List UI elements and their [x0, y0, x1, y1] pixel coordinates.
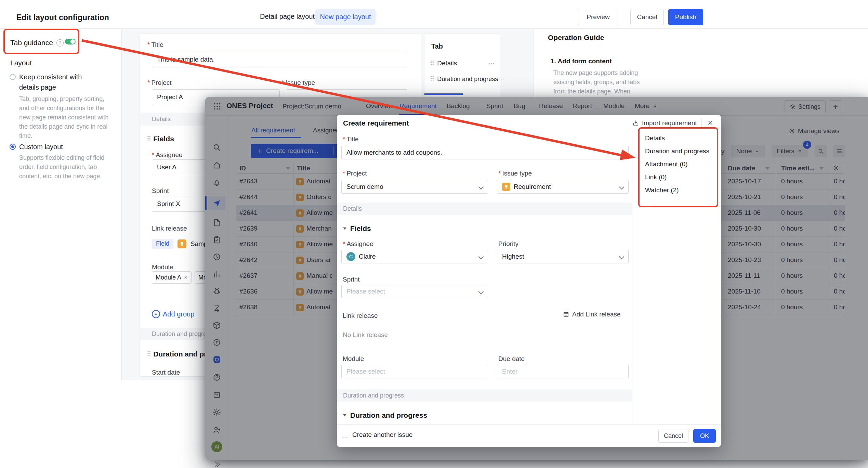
link-release-label: Link release [152, 225, 187, 232]
import-icon [632, 120, 639, 127]
add-link-release-button[interactable]: Add Link release [563, 311, 621, 318]
add-group-button[interactable]: + Add group [152, 310, 194, 318]
drag-handle-icon[interactable]: ⠿ [147, 350, 150, 358]
rail-tab-link[interactable]: Link (0) [645, 173, 667, 181]
guide-divider [534, 29, 534, 97]
module-select[interactable]: Please select [341, 365, 488, 378]
sprint-select[interactable]: Please select [341, 285, 488, 298]
project-label: Project [147, 79, 172, 87]
radio-keep-consistent[interactable] [10, 74, 16, 80]
operation-guide-heading: Operation Guide [548, 34, 604, 42]
assignee-label: Assignee [152, 151, 183, 159]
layout-heading: Layout [10, 59, 32, 67]
guide-line-1: The new page supports adding [553, 68, 638, 78]
fields-group-heading[interactable]: ⠿ Fields [147, 135, 174, 143]
drag-handle-icon[interactable]: ⠿ [430, 75, 434, 83]
tab-guidance-toggle[interactable] [65, 39, 76, 44]
assignee-label: Assignee [343, 240, 373, 248]
modal-header: Create requirement Import requirement [337, 115, 721, 131]
drag-handle-icon[interactable]: ⠿ [430, 60, 434, 67]
option-keep-consistent-desc: Tab, grouping, property sorting, and oth… [19, 94, 111, 141]
duration-section-heading[interactable]: Duration and progress [343, 411, 427, 419]
tab-item-details[interactable]: ⠿ Details ⋯ [430, 60, 494, 67]
due-date-label: Due date [498, 355, 525, 363]
create-another-label[interactable]: Create another issue [352, 431, 412, 439]
module-label: Module [343, 355, 364, 363]
sprint-label: Sprint [152, 187, 169, 195]
modal-ok-button[interactable]: OK [693, 429, 716, 443]
assignee-avatar: C [346, 252, 355, 261]
priority-select[interactable]: Highest [497, 250, 629, 263]
rail-tab-details[interactable]: Details [645, 134, 665, 142]
project-select[interactable]: Scrum demo [341, 180, 488, 194]
guide-line-3: from the details page. When [553, 87, 630, 96]
more-actions-icon[interactable]: ⋯ [488, 60, 494, 67]
guide-step-title: 1. Add form content [551, 57, 612, 65]
collapse-icon [343, 228, 346, 230]
tab-item-duration[interactable]: ⠿ Duration and progress ⋯ [430, 75, 494, 83]
modal-cancel-button[interactable]: Cancel [658, 429, 688, 443]
tab-card-heading: Tab [431, 42, 443, 50]
import-requirement-button[interactable]: Import requirement [632, 119, 697, 127]
tab-config-card: Tab ⠿ Details ⋯ ⠿ Duration and progress … [424, 33, 500, 98]
chevron-down-icon [619, 254, 624, 259]
create-requirement-modal: Create requirement Import requirement De… [337, 115, 721, 447]
rail-tab-attachment[interactable]: Attachment (0) [645, 160, 688, 168]
tab-guidance-row: Tab guidance ? [10, 39, 64, 47]
requirement-type-icon [502, 183, 510, 191]
help-icon[interactable]: ? [56, 39, 64, 47]
tab-new-page-layout[interactable]: New page layout [315, 9, 376, 25]
rail-tab-watcher[interactable]: Watcher (2) [645, 186, 679, 194]
chevron-down-icon [619, 184, 624, 190]
fields-section-heading[interactable]: Fields [343, 224, 371, 233]
title-label: Title [147, 41, 163, 49]
page-title: Edit layout configuration [16, 13, 109, 22]
title-input[interactable]: This is sample data. [152, 52, 407, 67]
field-chip: Field [152, 239, 173, 249]
drag-handle-icon[interactable]: ⠿ [147, 135, 150, 143]
button-separator [625, 12, 625, 22]
radio-custom-layout[interactable] [10, 144, 16, 150]
create-another-row: Create another issue [342, 431, 412, 439]
option-keep-consistent-label[interactable]: Keep consistent with details page [19, 72, 101, 92]
tab-detail-page-layout[interactable]: Detail page layout [260, 13, 315, 21]
tab-guidance-label: Tab guidance [10, 39, 53, 47]
assignee-select[interactable]: C Claire [341, 250, 488, 263]
collapse-icon [343, 414, 346, 416]
option-custom-layout-desc: Supports flexible editing of field order… [19, 153, 111, 181]
cancel-button[interactable]: Cancel [630, 9, 664, 25]
no-link-release-text: No Link release [343, 331, 388, 339]
due-date-input[interactable]: Enter [497, 365, 629, 378]
link-release-label: Link release [343, 312, 378, 320]
title-label: Title [343, 135, 359, 143]
close-icon[interactable] [707, 119, 714, 126]
publish-button[interactable]: Publish [668, 9, 703, 25]
priority-label: Priority [498, 240, 518, 248]
guide-line-2: existing fields, groups, and tabs [553, 78, 640, 87]
issue-type-label: Issue type [498, 170, 532, 177]
expand-rail-icon[interactable] [213, 460, 221, 468]
requirement-type-icon [177, 239, 186, 248]
plus-circle-icon: + [152, 310, 160, 318]
duration-section-band: Duration and progress [337, 389, 632, 402]
title-input[interactable]: Allow merchants to add coupons. [341, 146, 629, 159]
sidebar-divider [121, 29, 122, 380]
rail-tab-duration[interactable]: Duration and progress [645, 147, 709, 155]
modal-title: Create requirement [343, 119, 409, 127]
project-label: Project [343, 170, 367, 177]
module-chip-a[interactable]: Module A× [152, 271, 192, 284]
drag-indicator [424, 93, 463, 95]
chevron-down-icon [478, 254, 484, 259]
create-another-checkbox[interactable] [342, 432, 348, 438]
issue-type-select[interactable]: Requirement [497, 180, 629, 194]
sprint-label: Sprint [343, 276, 360, 283]
start-date-label: Start date [152, 369, 180, 376]
preview-button[interactable]: Preview [578, 9, 618, 25]
remove-chip-icon[interactable]: × [184, 274, 188, 281]
screen: Edit layout configuration Detail page la… [0, 0, 868, 468]
module-label: Module [152, 263, 173, 271]
more-actions-icon[interactable]: ⋯ [498, 75, 504, 83]
option-custom-layout-label[interactable]: Custom layout [19, 142, 63, 152]
chevron-down-icon [478, 289, 484, 294]
details-section-band: Details [337, 203, 632, 215]
